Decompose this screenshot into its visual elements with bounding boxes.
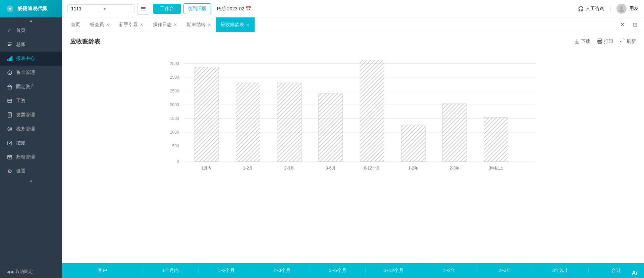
archive-icon xyxy=(7,154,13,160)
settings-icon-btn[interactable] xyxy=(137,3,149,15)
tab-close-guide[interactable]: ✕ xyxy=(140,22,143,27)
svg-text:1500: 1500 xyxy=(170,116,179,121)
sidebar-label-ledger: 总账 xyxy=(16,42,25,48)
calendar-icon[interactable]: 📅 xyxy=(246,6,251,11)
table-header-1m: 1个月内 xyxy=(143,268,199,274)
table-header-1-2m: 1~2个月 xyxy=(199,268,254,274)
header-divider: | xyxy=(610,6,611,11)
sidebar-item-assets[interactable]: 固定资产 xyxy=(0,80,62,94)
dropdown-arrow-icon: ▼ xyxy=(102,6,131,11)
refresh-button[interactable]: 刷新 xyxy=(620,39,636,45)
tab-close-closing[interactable]: ✕ xyxy=(208,22,211,27)
svg-text:500: 500 xyxy=(172,144,179,148)
tab-aging[interactable]: 应收账龄表 ✕ xyxy=(216,17,255,32)
tab-close-aging[interactable]: ✕ xyxy=(246,22,250,27)
sidebar-scroll-down[interactable]: ▼ xyxy=(0,178,62,184)
cancel-pin-label: 取消固定 xyxy=(15,269,33,275)
svg-rect-3 xyxy=(141,10,146,10)
tab-fullscreen-icon[interactable]: ⊡ xyxy=(630,20,640,30)
tab-member[interactable]: 畅会员 ✕ xyxy=(85,17,114,32)
svg-rect-51 xyxy=(236,83,260,161)
svg-rect-49 xyxy=(195,67,219,161)
sidebar-item-invoice[interactable]: 发票管理 xyxy=(0,108,62,122)
svg-rect-9 xyxy=(7,59,8,61)
tab-close-all-icon[interactable]: ✕ xyxy=(617,20,627,30)
sidebar-label-assets: 固定资产 xyxy=(16,84,35,90)
svg-rect-6 xyxy=(8,43,12,43)
svg-rect-57 xyxy=(360,60,384,161)
avatar xyxy=(616,4,627,14)
svg-rect-2 xyxy=(141,8,146,9)
table-header-1-2y: 1~2年 xyxy=(421,268,477,274)
svg-text:1月内: 1月内 xyxy=(202,166,212,170)
user-area[interactable]: 用友 xyxy=(616,4,639,14)
svg-text:2-3月: 2-3月 xyxy=(284,166,294,170)
sidebar-footer[interactable]: ◀◀ 取消固定 xyxy=(0,265,62,278)
tab-label-home: 首页 xyxy=(71,22,80,28)
table-header-3-6m: 3~6个月 xyxy=(310,268,366,274)
sidebar-item-salary[interactable]: 工资 xyxy=(0,94,62,108)
svg-rect-61 xyxy=(443,104,467,162)
sidebar-label-tax: 税务管理 xyxy=(16,126,35,132)
content-area: 首页 畅会员 ✕ 新手引导 ✕ 操作日志 ✕ 期末结转 ✕ 应收账龄表 ✕ xyxy=(62,17,644,278)
table-header-3y-plus: 3年以上 xyxy=(533,268,589,274)
sidebar-scroll-up[interactable]: ▲ xyxy=(0,17,62,23)
refresh-icon xyxy=(620,39,625,45)
sidebar-item-reports[interactable]: 报表中心 xyxy=(0,52,62,66)
logo-area: 畅捷通易代账 xyxy=(0,0,62,17)
sidebar-item-home[interactable]: ⌂ 首页 xyxy=(0,23,62,38)
svg-text:2000: 2000 xyxy=(170,102,179,107)
sidebar-item-closing[interactable]: 结账 xyxy=(0,136,62,150)
assets-icon xyxy=(7,84,13,90)
chart-wrapper: 2500 2500 2500 2000 1500 1000 500 xyxy=(70,57,636,184)
sidebar-item-ledger[interactable]: 总账 xyxy=(0,38,62,52)
workbench-button[interactable]: 工作台 xyxy=(153,4,181,14)
svg-rect-55 xyxy=(319,93,343,161)
svg-text:3年以上: 3年以上 xyxy=(489,166,503,170)
funds-icon: ¥ xyxy=(7,70,13,76)
sidebar-label-invoice: 发票管理 xyxy=(16,112,35,118)
tab-label-member: 畅会员 xyxy=(90,22,104,28)
invoice-icon xyxy=(7,112,13,118)
company-selector[interactable]: 1111 ▼ xyxy=(67,4,135,13)
tab-closing[interactable]: 期末结转 ✕ xyxy=(182,17,216,32)
svg-point-24 xyxy=(9,128,9,129)
svg-rect-31 xyxy=(598,42,601,44)
sidebar-label-salary: 工资 xyxy=(16,98,25,104)
tax-icon xyxy=(7,126,13,132)
sidebar: ▲ ⌂ 首页 总账 报表中心 ¥ 资金管理 固定资产 xyxy=(0,17,62,278)
download-icon xyxy=(574,39,580,45)
ai-badge[interactable]: Ai xyxy=(625,268,644,278)
print-button[interactable]: 打印 xyxy=(597,39,613,45)
username: 用友 xyxy=(629,6,639,12)
tab-home[interactable]: 首页 xyxy=(66,17,85,32)
tab-label-oplog: 操作日志 xyxy=(153,22,172,28)
download-button[interactable]: 下载 xyxy=(574,39,590,45)
svg-rect-1 xyxy=(141,7,146,8)
svg-text:¥: ¥ xyxy=(8,72,10,75)
svg-text:1-2年: 1-2年 xyxy=(408,166,418,170)
sidebar-item-settings[interactable]: ⚙ 设置 xyxy=(0,164,62,178)
chart-container: 2500 2500 2500 2000 1500 1000 500 xyxy=(62,51,644,263)
main-layout: ▲ ⌂ 首页 总账 报表中心 ¥ 资金管理 固定资产 xyxy=(0,17,644,278)
table-header-row: 客户 1个月内 1~2个月 2~3个月 3~6个月 6~12个月 xyxy=(62,263,644,278)
sidebar-item-funds[interactable]: ¥ 资金管理 xyxy=(0,66,62,80)
period-value: 2023-02 xyxy=(227,6,244,11)
sidebar-item-archive[interactable]: 归档管理 xyxy=(0,150,62,164)
tab-oplog[interactable]: 操作日志 ✕ xyxy=(148,17,182,32)
svg-text:2500: 2500 xyxy=(170,89,179,93)
tab-close-oplog[interactable]: ✕ xyxy=(174,22,177,27)
pin-icon: ◀◀ xyxy=(7,269,13,274)
switch-version-button[interactable]: 切到旧版 xyxy=(183,3,211,14)
download-label: 下载 xyxy=(581,39,590,45)
svg-text:2500: 2500 xyxy=(170,75,179,80)
company-name: 1111 xyxy=(71,6,100,11)
table-header-6-12m: 6~12个月 xyxy=(366,268,421,274)
tab-close-member[interactable]: ✕ xyxy=(106,22,109,27)
sidebar-item-tax[interactable]: 税务管理 xyxy=(0,122,62,136)
consult-button[interactable]: 🎧 人工咨询 xyxy=(578,6,604,12)
tab-guide[interactable]: 新手引导 ✕ xyxy=(114,17,148,32)
headset-icon: 🎧 xyxy=(578,6,584,11)
svg-rect-16 xyxy=(8,99,12,102)
bar-chart: 2500 2500 2500 2000 1500 1000 500 xyxy=(70,57,636,184)
